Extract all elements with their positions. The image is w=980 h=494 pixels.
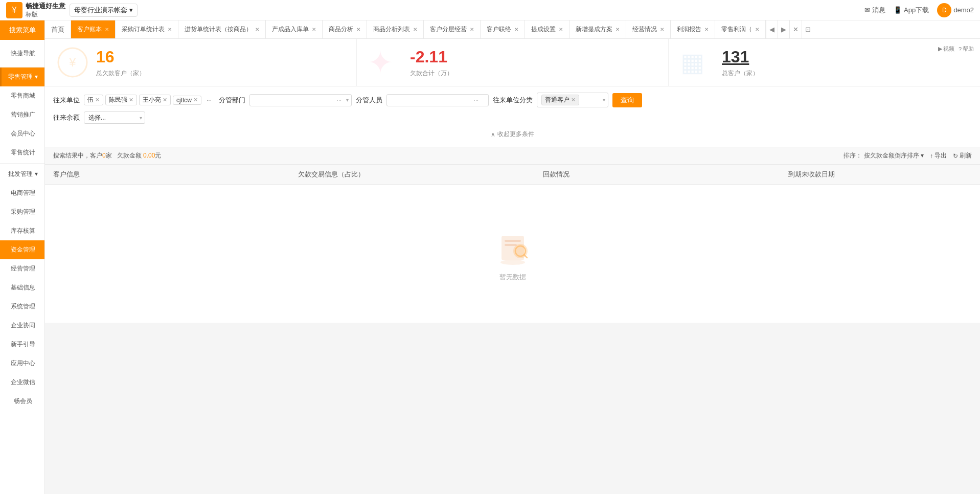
sidebar-item-enterprise[interactable]: 企业协同 — [0, 316, 44, 335]
stats-row: ¥ 16 总欠款客户（家） ✦ -2.11 欠款合计（万） — [45, 39, 980, 86]
sidebar-item-ecommerce[interactable]: 电商管理 — [0, 184, 44, 203]
svg-rect-5 — [505, 244, 517, 246]
category-tag-close[interactable]: ✕ — [571, 97, 576, 103]
tab-expand[interactable]: ⊡ — [802, 20, 814, 39]
tab-retail-profit[interactable]: 零售利润（ ✕ — [715, 20, 766, 39]
sidebar-item-quick-nav[interactable]: 快捷导航 — [0, 44, 44, 63]
clear-person-icon[interactable]: ··· — [474, 97, 478, 103]
stat-help-links: ▶ 视频 ? 帮助 — [938, 45, 974, 53]
filter-tags-unit: 伍 ✕ 陈民强 ✕ 王小亮 ✕ cjttcw ✕ — [84, 95, 215, 105]
message-label: 消息 — [872, 6, 885, 15]
tab-inbound-stats[interactable]: 进货单统计表（按商品） ✕ — [178, 20, 266, 39]
tab-customer-contact[interactable]: 客户联络 ✕ — [481, 20, 525, 39]
tab-product-analysis[interactable]: 商品分析 ✕ — [323, 20, 367, 39]
sidebar-item-inventory[interactable]: 库存核算 — [0, 221, 44, 240]
sidebar-item-newbie[interactable]: 新手引导 — [0, 335, 44, 354]
stat-icon-customers: ¥ — [57, 47, 88, 78]
search-result-info: 搜索结果中，客户0家 欠款金额 0.00元 — [53, 151, 161, 160]
collapse-button[interactable]: ∧ 收起更多条件 — [491, 128, 534, 141]
avatar: D — [937, 3, 951, 17]
account-selector[interactable]: 母婴行业演示帐套 ▾ — [70, 4, 138, 17]
export-button[interactable]: ↑ 导出 — [930, 151, 947, 160]
filter-balance-select[interactable]: 选择... — [84, 111, 145, 124]
tab-close-all[interactable]: ✕ — [789, 20, 802, 39]
tab-close-icon[interactable]: ✕ — [514, 27, 518, 32]
table-container: 客户信息 欠款交易信息（占比） 回款情况 到期未收款日期 — [45, 165, 980, 323]
message-button[interactable]: ✉ 消息 — [864, 6, 885, 15]
tab-nav-next[interactable]: ▶ — [778, 20, 789, 39]
account-label: 母婴行业演示帐套 — [74, 6, 127, 15]
tab-close-icon[interactable]: ✕ — [413, 27, 417, 32]
tab-add-commission[interactable]: 新增提成方案 ✕ — [569, 20, 626, 39]
tag-close-icon[interactable]: ✕ — [95, 97, 100, 103]
sidebar-search[interactable]: 搜索菜单 — [0, 20, 44, 40]
table-col-payment: 回款情况 — [543, 170, 788, 179]
empty-state: 暂无数据 — [45, 185, 980, 323]
tab-customer-ledger[interactable]: 客户账本 ✕ — [71, 20, 116, 39]
tab-label: 商品分析 — [329, 25, 353, 34]
app-download-button[interactable]: 📱 App下载 — [894, 6, 929, 15]
tab-label: 产成品入库单 — [272, 25, 309, 34]
filter-label-person: 分管人员 — [356, 96, 382, 105]
tag-close-icon[interactable]: ✕ — [193, 97, 198, 103]
sidebar-item-operations[interactable]: 经营管理 — [0, 259, 44, 278]
tab-commission-setting[interactable]: 提成设置 ✕ — [525, 20, 569, 39]
sidebar-item-system[interactable]: 系统管理 — [0, 297, 44, 316]
sidebar-item-retail-stats[interactable]: 零售统计 — [0, 143, 44, 162]
tab-close-icon[interactable]: ✕ — [168, 27, 172, 32]
sidebar-item-marketing[interactable]: 营销推广 — [0, 105, 44, 124]
filter-label-category: 往来单位分类 — [493, 96, 533, 105]
sidebar-item-member[interactable]: 会员中心 — [0, 124, 44, 143]
refresh-button[interactable]: ↻ 刷新 — [953, 151, 972, 160]
tab-customer-layer[interactable]: 客户分层经营 ✕ — [424, 20, 481, 39]
svg-rect-4 — [505, 240, 521, 242]
tag-close-icon[interactable]: ✕ — [163, 97, 167, 103]
tab-label: 新增提成方案 — [576, 25, 612, 34]
sidebar-item-purchase[interactable]: 采购管理 — [0, 203, 44, 221]
tag-label: 陈民强 — [109, 96, 127, 104]
filter-category-select[interactable]: 普通客户 ✕ — [537, 93, 608, 107]
tab-purchase-order[interactable]: 采购订单统计表 ✕ — [116, 20, 178, 39]
stat-value-amount: -2.11 — [410, 47, 453, 66]
tag-close-icon[interactable]: ✕ — [129, 97, 133, 103]
tab-label: 零售利润（ — [721, 25, 752, 34]
tab-close-icon[interactable]: ✕ — [616, 27, 620, 32]
filter-label-unit: 往来单位 — [53, 96, 80, 105]
tab-label: 提成设置 — [531, 25, 556, 34]
tab-profit-report[interactable]: 利润报告 ✕ — [671, 20, 715, 39]
tab-close-icon[interactable]: ✕ — [356, 27, 360, 32]
sidebar-item-wechat[interactable]: 企业微信 — [0, 373, 44, 392]
sidebar-item-wholesale[interactable]: 批发管理 ▾ — [0, 165, 44, 184]
sort-value[interactable]: 按欠款金额倒序排序 ▾ — [864, 151, 924, 160]
filter-person-select-wrap: ··· — [386, 94, 489, 106]
sidebar-item-member2[interactable]: 畅会员 — [0, 392, 44, 411]
tab-nav-prev[interactable]: ◀ — [766, 20, 778, 39]
query-button[interactable]: 查询 — [612, 93, 642, 107]
help-label: 帮助 — [963, 45, 974, 53]
tab-home[interactable]: 首页 — [45, 20, 71, 39]
sidebar-item-retail-mall[interactable]: 零售商城 — [0, 86, 44, 105]
tab-close-icon[interactable]: ✕ — [755, 27, 759, 32]
tab-product-analysis-list[interactable]: 商品分析列表 ✕ — [367, 20, 424, 39]
tab-product-inbound[interactable]: 产成品入库单 ✕ — [266, 20, 323, 39]
tab-close-icon[interactable]: ✕ — [660, 27, 664, 32]
video-help-button[interactable]: ▶ 视频 — [938, 45, 954, 53]
sidebar-item-basic-info[interactable]: 基础信息 — [0, 278, 44, 297]
help-button[interactable]: ? 帮助 — [959, 45, 974, 53]
tab-close-icon[interactable]: ✕ — [470, 27, 474, 32]
clear-dept-icon[interactable]: ··· — [337, 97, 341, 103]
tab-close-icon[interactable]: ✕ — [559, 27, 563, 32]
tab-close-icon[interactable]: ✕ — [105, 27, 109, 32]
tab-close-icon[interactable]: ✕ — [312, 27, 316, 32]
user-menu[interactable]: D demo2 — [937, 3, 974, 17]
sidebar-item-retail[interactable]: 零售管理 ▾ — [0, 68, 44, 86]
main-layout: 搜索菜单 快捷导航 零售管理 ▾ 零售商城 营销推广 会员中心 零售统计 批发管… — [0, 20, 980, 494]
tab-close-icon[interactable]: ✕ — [255, 27, 259, 32]
tab-business-status[interactable]: 经营情况 ✕ — [626, 20, 671, 39]
sidebar-item-apps[interactable]: 应用中心 — [0, 354, 44, 373]
collapse-label: 收起更多条件 — [497, 130, 534, 139]
filter-more-button[interactable]: ··· — [203, 96, 215, 105]
tab-close-icon[interactable]: ✕ — [704, 27, 709, 32]
table-col-debt: 欠款交易信息（占比） — [298, 170, 543, 179]
sidebar-item-finance[interactable]: 资金管理 — [0, 240, 44, 259]
